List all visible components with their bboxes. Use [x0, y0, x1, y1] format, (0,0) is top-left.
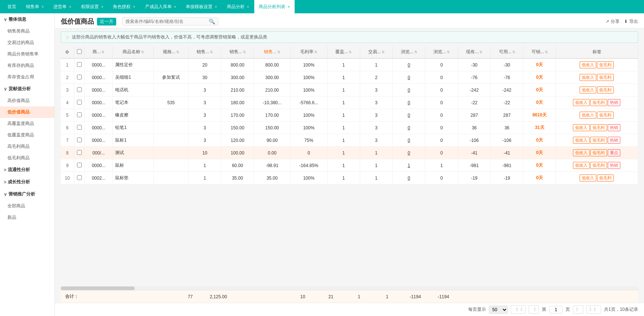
last-page-button[interactable]: 〉〉 [586, 305, 601, 314]
row-checkbox[interactable] [77, 75, 82, 79]
cell-view1[interactable]: 0 [393, 122, 425, 134]
select-all-checkbox[interactable] [77, 49, 82, 54]
col-saleable[interactable]: 可销...⇅ [523, 46, 556, 58]
scrollbar-thumb[interactable] [61, 286, 135, 290]
search-icon[interactable]: 🔍 [209, 18, 215, 24]
share-button[interactable]: ↗ 分享 [606, 18, 620, 25]
cell-view1[interactable]: 1 [393, 159, 425, 172]
nav-home[interactable]: 首页 [3, 0, 21, 13]
nav-template[interactable]: 单据模板设置 × [181, 0, 221, 13]
col-view2[interactable]: 浏览...⇅ [425, 46, 458, 58]
col-coverage[interactable]: 覆盖...⇅ [327, 46, 360, 58]
cell-view1[interactable]: 0 [393, 109, 425, 122]
sidebar-group-growth[interactable]: > 成长性分析 [0, 176, 54, 188]
close-icon[interactable]: × [174, 4, 176, 9]
col-settings[interactable]: ⚙ [61, 46, 74, 58]
cell-checkbox[interactable] [74, 96, 84, 109]
first-page-button[interactable]: 〈〈 [511, 305, 526, 314]
sidebar-group-contribution[interactable]: ∨ 贡献值分析 [0, 83, 54, 95]
cell-view1[interactable]: 0 [393, 172, 425, 184]
cell-checkbox[interactable] [74, 159, 84, 172]
horizontal-scrollbar[interactable] [61, 286, 638, 290]
row-checkbox[interactable] [77, 112, 82, 117]
sidebar-group-flow[interactable]: > 流通性分析 [0, 164, 54, 176]
nav-analysis-list[interactable]: 商品分析列表 × [254, 0, 294, 13]
sidebar-item-category-rate[interactable]: 商品分类销售率 [0, 48, 54, 60]
row-checkbox[interactable] [77, 150, 82, 155]
col-code[interactable]: 商...⇅ [84, 46, 113, 58]
cell-view1[interactable]: 0 [393, 147, 425, 159]
view1-link[interactable]: 0 [407, 113, 410, 118]
sidebar-item-traded-goods[interactable]: 交易过的商品 [0, 37, 54, 48]
sidebar-item-low-coverage[interactable]: 低覆盖度商品 [0, 129, 54, 141]
nav-permission[interactable]: 权限设置 × [77, 0, 108, 13]
col-margin[interactable]: 毛利率⇅ [290, 46, 327, 58]
close-icon[interactable]: × [215, 4, 217, 9]
view1-link[interactable]: 1 [407, 163, 410, 168]
sidebar-group-marketing[interactable]: ∨ 营销推广分析 [0, 188, 54, 200]
view1-link[interactable]: 0 [407, 176, 410, 181]
sidebar-item-high-margin[interactable]: 高毛利商品 [0, 141, 54, 152]
sidebar-item-high-value[interactable]: 高价值商品 [0, 95, 54, 106]
cell-checkbox[interactable] [74, 58, 84, 71]
sidebar-item-stock-capital[interactable]: 库存资金占用 [0, 71, 54, 83]
view1-link[interactable]: 0 [407, 138, 410, 143]
sidebar-item-all-goods[interactable]: 全部商品 [0, 200, 54, 212]
view1-link[interactable]: 0 [407, 125, 410, 130]
col-checkbox[interactable] [74, 46, 84, 58]
nav-warehouse[interactable]: 产成品入库单 × [141, 0, 181, 13]
cell-checkbox[interactable] [74, 147, 84, 159]
sidebar-group-overall[interactable]: ∨ 整体信息 [0, 13, 54, 26]
sidebar-item-low-value[interactable]: 低价值商品 [0, 106, 54, 118]
col-price[interactable]: 销售...⇅ [221, 46, 254, 58]
col-name[interactable]: 商品名称⇅ [113, 46, 154, 58]
close-icon[interactable]: × [247, 4, 249, 9]
cell-checkbox[interactable] [74, 84, 84, 96]
nav-analysis[interactable]: 商品分析 × [222, 0, 254, 13]
cell-view1[interactable]: 0 [393, 84, 425, 96]
col-view1[interactable]: 浏览...⇅ [393, 46, 425, 58]
sidebar-item-stocked-goods[interactable]: 有库存的商品 [0, 60, 54, 71]
cell-view1[interactable]: 0 [393, 71, 425, 84]
page-number-input[interactable] [549, 306, 563, 313]
row-checkbox[interactable] [77, 175, 82, 180]
sidebar-item-new-goods[interactable]: 新品 [0, 212, 54, 223]
cell-checkbox[interactable] [74, 134, 84, 147]
close-icon[interactable]: × [133, 4, 135, 9]
col-amount[interactable]: 销售...⇅ [254, 46, 291, 58]
nav-purchase[interactable]: 进货单 × [49, 0, 76, 13]
nav-sales[interactable]: 销售单 × [21, 0, 48, 13]
row-checkbox[interactable] [77, 100, 82, 105]
col-stock[interactable]: 现有...⇅ [458, 46, 490, 58]
close-icon[interactable]: × [101, 4, 103, 9]
sidebar-item-sales-goods[interactable]: 销售类商品 [0, 26, 54, 37]
search-input[interactable] [125, 19, 209, 24]
sidebar-item-high-coverage[interactable]: 高覆盖度商品 [0, 118, 54, 129]
cell-checkbox[interactable] [74, 71, 84, 84]
view1-link[interactable]: 0 [407, 88, 410, 93]
export-button[interactable]: ⬇ 导出 [624, 18, 638, 25]
cell-view1[interactable]: 0 [393, 58, 425, 71]
sidebar-item-low-margin[interactable]: 低毛利商品 [0, 152, 54, 164]
col-qty[interactable]: 销售...⇅ [188, 46, 221, 58]
view1-link[interactable]: 0 [407, 150, 410, 156]
close-icon[interactable]: × [41, 4, 44, 9]
prev-page-button[interactable]: 〈 [529, 305, 539, 314]
close-icon[interactable]: × [69, 4, 71, 9]
view1-link[interactable]: 0 [407, 100, 410, 105]
row-checkbox[interactable] [77, 87, 82, 92]
cell-checkbox[interactable] [74, 122, 84, 134]
cell-view1[interactable]: 0 [393, 134, 425, 147]
col-trade[interactable]: 交易...⇅ [360, 46, 392, 58]
close-icon[interactable]: × [288, 4, 290, 9]
time-filter-button[interactable]: 近一月 [97, 18, 116, 26]
cell-checkbox[interactable] [74, 109, 84, 122]
page-size-select[interactable]: 50 100 200 [489, 306, 508, 314]
next-page-button[interactable]: 〉 [573, 305, 583, 314]
col-available[interactable]: 可用...⇅ [490, 46, 523, 58]
row-checkbox[interactable] [77, 62, 82, 67]
cell-checkbox[interactable] [74, 172, 84, 184]
row-checkbox[interactable] [77, 125, 82, 130]
row-checkbox[interactable] [77, 163, 82, 167]
table-wrapper[interactable]: ⚙ 商...⇅ 商品名称⇅ 规格...⇅ 销售...⇅ 销售...⇅ 销售...… [61, 46, 638, 286]
